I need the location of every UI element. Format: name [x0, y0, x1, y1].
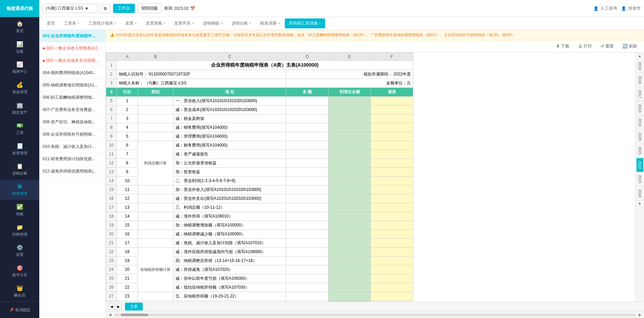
- sidebar-item-reports[interactable]: 📈 报表中心: [0, 58, 39, 78]
- year-2023[interactable]: 2023: [636, 172, 643, 186]
- cell-24-a[interactable]: 20: [116, 265, 138, 274]
- tab-sales-ledger-close[interactable]: ×: [249, 22, 251, 25]
- cell-28-e[interactable]: [328, 301, 371, 302]
- year-2022[interactable]: 2022: [636, 158, 643, 172]
- cell-12-e[interactable]: [328, 158, 371, 167]
- cell-21-e[interactable]: [328, 238, 371, 247]
- cell-20-f[interactable]: [371, 230, 413, 238]
- tab-income-tax-close[interactable]: ×: [319, 22, 321, 25]
- cell-10-c[interactable]: 减：财务费用(填写A104000): [173, 141, 286, 150]
- cell-11-e[interactable]: [328, 150, 371, 158]
- cell-17-b[interactable]: [138, 203, 173, 212]
- cell-22-d[interactable]: [286, 247, 328, 256]
- cell-5-d[interactable]: [286, 96, 328, 105]
- cell-20-a[interactable]: 16: [116, 230, 138, 238]
- left-panel-item-002[interactable]: 002-一般企业收入明细表(A1...: [39, 42, 106, 55]
- cell-16-f[interactable]: [371, 194, 413, 203]
- cell-26-e[interactable]: [328, 283, 371, 292]
- cell-24-d[interactable]: [286, 265, 328, 274]
- cell-27-c[interactable]: 五、应纳税所得额（19-20-21-22）: [173, 292, 286, 301]
- cell-19-d[interactable]: [286, 221, 328, 230]
- cell-10-a[interactable]: 6: [116, 141, 138, 150]
- cell-17-f[interactable]: [371, 203, 413, 212]
- cell-6-e[interactable]: [328, 105, 371, 114]
- cell-21-d[interactable]: [286, 238, 328, 247]
- cell-17-c[interactable]: 三、利润总额（10-11-12）: [173, 203, 286, 212]
- entity-selector[interactable]: (勾删) 江西服宝-LSS ▼: [43, 4, 97, 13]
- scroll-left-icon[interactable]: ◀: [109, 313, 111, 317]
- cell-18-c[interactable]: 减：境外所得（填写A108010）: [173, 212, 286, 221]
- cell-8-e[interactable]: [328, 123, 371, 132]
- cell-24-f[interactable]: [371, 265, 413, 274]
- cell-15-e[interactable]: [328, 185, 371, 194]
- cell-5-f[interactable]: [371, 96, 413, 105]
- cell-7-f[interactable]: [371, 114, 413, 123]
- cell-6-c[interactable]: 减：营业成本(填写A102010\102020\103000): [173, 105, 286, 114]
- cell-11-a[interactable]: 7: [116, 150, 138, 158]
- year-2024[interactable]: 2024: [636, 186, 643, 201]
- cell-16-c[interactable]: 减：营业外支出(填写A102010\102020\103000): [173, 194, 286, 203]
- sidebar-item-tax[interactable]: 🏛 税务管理: [0, 180, 39, 200]
- cell-24-e[interactable]: [328, 265, 371, 274]
- tab-invoice-close[interactable]: ×: [135, 22, 137, 25]
- cell-8-f[interactable]: [371, 123, 413, 132]
- tab-tax-list-close[interactable]: ×: [278, 22, 280, 25]
- cell-17-e[interactable]: [328, 203, 371, 212]
- reset-button[interactable]: ↺ 重置: [598, 42, 616, 50]
- sidebar-item-assets[interactable]: 🏢 固定资产: [0, 98, 39, 119]
- left-panel-item-003[interactable]: 003-一般企业成本支出明细...: [39, 55, 106, 67]
- cell-6-d[interactable]: [286, 105, 328, 114]
- cell-23-f[interactable]: [371, 256, 413, 265]
- cell-18-b[interactable]: [138, 212, 173, 221]
- cell-25-d[interactable]: [286, 274, 328, 283]
- copy-button[interactable]: ⧉: [100, 4, 110, 13]
- sidebar-item-invoice[interactable]: 🧾 发票管理: [0, 139, 39, 160]
- cell-11-d[interactable]: [286, 150, 328, 158]
- cell-13-d[interactable]: [286, 167, 328, 176]
- year-2017[interactable]: 2017: [636, 87, 643, 101]
- cell-15-b[interactable]: [138, 185, 173, 194]
- tab-home[interactable]: 首页: [43, 18, 59, 28]
- left-panel-item-009[interactable]: 009-企业所得税补亏损明细...: [39, 128, 106, 141]
- tab-sales-check[interactable]: 进销稽核 ×: [199, 18, 227, 28]
- cell-19-b[interactable]: [138, 221, 173, 230]
- cell-16-b[interactable]: [138, 194, 173, 203]
- tab-invoice-calc[interactable]: 发票算账 ×: [142, 18, 170, 28]
- cell-12-a[interactable]: 8: [116, 158, 138, 167]
- cell-18-a[interactable]: 14: [116, 212, 138, 221]
- cell-7-c[interactable]: 减：税金及附加: [173, 114, 286, 123]
- sidebar-item-settings[interactable]: ⚙️ 设置: [0, 240, 39, 261]
- tab-payroll-report[interactable]: 工资统计报表 ×: [84, 18, 121, 28]
- cell-20-e[interactable]: [328, 230, 371, 238]
- left-panel-item-004[interactable]: 004-期间费用明细表(A1040...: [39, 67, 106, 79]
- tab-payroll-report-close[interactable]: ×: [114, 22, 116, 25]
- cell-15-d[interactable]: [286, 185, 328, 194]
- cell-27-b[interactable]: [138, 292, 173, 301]
- cell-23-a[interactable]: 19: [116, 256, 138, 265]
- cell-17-d[interactable]: [286, 203, 328, 212]
- cell-28-c[interactable]: 税率（25%）: [173, 301, 286, 302]
- cell-12-f[interactable]: [371, 158, 413, 167]
- cell-28-a[interactable]: 24: [116, 301, 138, 302]
- year-2016[interactable]: 2016: [636, 73, 643, 87]
- sidebar-item-member[interactable]: 👑 畅会员: [0, 281, 39, 302]
- tab-income-tax[interactable]: 所得税汇算清缴 ×: [285, 18, 325, 28]
- cell-7-d[interactable]: [286, 114, 328, 123]
- cell-27-e[interactable]: [328, 292, 371, 301]
- user-service-area[interactable]: 👤 人工咨询: [593, 5, 617, 11]
- cell-8-d[interactable]: [286, 123, 328, 132]
- cell-23-c[interactable]: 四、纳税调整后所得（13-14+15-16-17+18）: [173, 256, 286, 265]
- year-down-button[interactable]: ▼: [637, 201, 643, 207]
- cell-23-e[interactable]: [328, 256, 371, 265]
- sidebar-item-home[interactable]: 🏠 首页: [0, 17, 39, 38]
- cell-14-e[interactable]: [328, 176, 371, 185]
- year-2019[interactable]: 2019: [636, 115, 643, 129]
- cell-10-d[interactable]: [286, 141, 328, 150]
- cell-15-f[interactable]: [371, 185, 413, 194]
- cell-18-d[interactable]: [286, 212, 328, 221]
- sidebar-item-close[interactable]: ✅ 结账: [0, 200, 39, 220]
- user-profile-area[interactable]: 👤 徐道华: [621, 5, 641, 11]
- cell-9-d[interactable]: [286, 132, 328, 141]
- scroll-right-icon[interactable]: ▶: [639, 313, 641, 317]
- sheet-nav-left[interactable]: ◀: [109, 304, 115, 310]
